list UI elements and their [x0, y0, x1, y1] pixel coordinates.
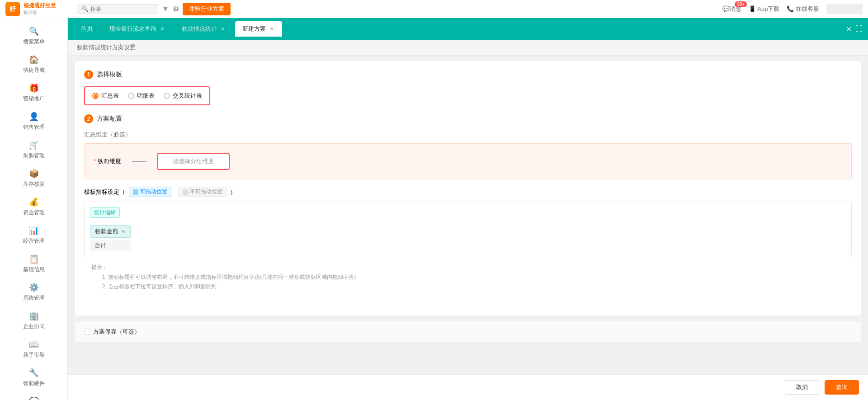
non-draggable-label: 不可拖动位置	[190, 188, 222, 196]
sidebar-item-finance[interactable]: 💰 资金管理	[0, 193, 67, 221]
dimension-placeholder[interactable]: 请选择分组维度	[157, 153, 230, 170]
step1-section: 1 选择模板 汇总表 明细表	[84, 70, 852, 105]
sidebar-item-inventory[interactable]: 📦 库存核算	[0, 164, 67, 193]
app-icon: 📱	[749, 5, 756, 12]
draggable-label: 可拖动位置	[140, 188, 167, 196]
indicator-settings-row: 模板指标设定（ 可拖动位置 不可拖动位置 ）	[84, 187, 852, 197]
step1-header: 1 选择模板	[84, 70, 852, 79]
save-checkbox-item[interactable]: 方案保存（可选）	[84, 328, 140, 336]
tab-receipt-stats-label: 收款情况统计	[182, 25, 217, 33]
step2-section: 2 方案配置 汇总维度（必选） * 纵向维度 —— 请选择分组维度	[84, 114, 852, 297]
tab-close-all-icon[interactable]: ✕	[846, 25, 852, 33]
tab-receipt-stats-close[interactable]: ✕	[220, 26, 226, 32]
enterprise-icon: 🏢	[29, 311, 39, 321]
tips-title: 提示：	[91, 263, 844, 273]
step2-title: 方案配置	[97, 115, 122, 123]
user-avatar[interactable]	[826, 4, 863, 14]
radio-cross-label: 交叉统计表	[173, 92, 202, 100]
radio-cross-circle	[164, 93, 170, 99]
content-area: 首页 现金银行流水查询 ✕ 收款情况统计 ✕ 新建方案 ✕ ✕ ⛶	[68, 18, 868, 400]
tab-new-plan-label: 新建方案	[242, 25, 266, 33]
sidebar-item-label-system: 系统管理	[23, 294, 45, 302]
trial-button[interactable]: 体验行业方案	[183, 3, 231, 15]
radio-cross[interactable]: 交叉统计表	[164, 92, 202, 100]
sidebar-item-quick-nav[interactable]: 🏠 快捷导航	[0, 50, 67, 79]
stats-col-header: 统计指标	[90, 207, 131, 221]
online-support-area[interactable]: 📞 在线客服	[787, 5, 819, 13]
main-layout: 🔍 搜索菜单 🏠 快捷导航 🎁 营销推广 👤 销售管理 🛒 采购管理 📦 库存核…	[0, 18, 868, 400]
radio-summary[interactable]: 汇总表	[92, 92, 119, 100]
bottom-bar: 取消 查询	[68, 374, 868, 400]
search-input[interactable]	[90, 6, 149, 12]
sidebar-item-label-hardware: 智能硬件	[23, 380, 45, 387]
logo-icon: 好	[5, 2, 20, 16]
sidebar-item-wechat[interactable]: 💬 企业微信	[0, 392, 67, 400]
metric-dropdown-icon: ▼	[121, 229, 126, 234]
system-icon: ⚙️	[29, 282, 39, 292]
logo-sub: 标准版	[24, 9, 56, 16]
sidebar-item-label-sales: 销售管理	[23, 123, 45, 131]
tab-bank-flow[interactable]: 现金银行流水查询 ✕	[102, 21, 173, 37]
tab-bar-right: ✕ ⛶	[846, 25, 863, 33]
radio-detail-circle	[128, 93, 134, 99]
sidebar-item-label-quick-nav: 快捷导航	[23, 66, 45, 74]
sidebar-item-label-basic: 基础信息	[23, 266, 45, 273]
sidebar-item-enterprise[interactable]: 🏢 企业协同	[0, 306, 67, 335]
tab-home-label: 首页	[80, 25, 93, 33]
dimension-label: 汇总维度（必选）	[84, 131, 852, 139]
indicator-table: 统计指标 收款金额 ▼ 合计	[84, 202, 852, 257]
app-download-area[interactable]: 📱 App下载	[749, 5, 779, 13]
metric-tag-amount[interactable]: 收款金额 ▼	[90, 225, 131, 238]
operation-icon: 📊	[29, 226, 39, 235]
main-card: 1 选择模板 汇总表 明细表	[75, 61, 861, 315]
top-bar-left: 好 畅捷通好生意 标准版 🔍 ▼ ⚙ 体验行业方案	[5, 2, 719, 16]
sidebar-item-guide[interactable]: 📖 新手引导	[0, 335, 67, 363]
sidebar-item-system[interactable]: ⚙️ 系统管理	[0, 278, 67, 306]
tab-new-plan[interactable]: 新建方案 ✕	[235, 21, 282, 37]
save-checkbox[interactable]	[84, 329, 90, 335]
sidebar-item-label-inventory: 库存核算	[23, 180, 45, 188]
sidebar-item-sales[interactable]: 👤 销售管理	[0, 107, 67, 136]
sidebar-item-label-marketing: 营销推广	[23, 95, 45, 103]
tab-home[interactable]: 首页	[73, 21, 100, 37]
metric-item: 收款金额 ▼ 合计	[90, 225, 131, 251]
search-bar[interactable]: 🔍	[77, 4, 158, 14]
step2-num: 2	[84, 114, 93, 123]
tab-receipt-stats[interactable]: 收款情况统计 ✕	[175, 21, 233, 37]
dropdown-icon[interactable]: ▼	[162, 5, 169, 13]
basic-icon: 📋	[29, 254, 39, 264]
sidebar-item-label-search-menu: 搜索菜单	[23, 38, 45, 46]
step2-header: 2 方案配置	[84, 114, 852, 123]
sidebar-item-hardware[interactable]: 🔧 智能硬件	[0, 363, 67, 392]
inventory-icon: 📦	[29, 169, 39, 179]
sales-icon: 👤	[29, 112, 39, 122]
template-selector: 汇总表 明细表 交叉统计表	[84, 86, 210, 105]
stats-label: 统计指标	[90, 207, 120, 218]
tab-expand-icon[interactable]: ⛶	[855, 25, 863, 33]
tab-bank-flow-close[interactable]: ✕	[159, 26, 165, 32]
message-icon: 💬	[722, 5, 730, 12]
cancel-button[interactable]: 取消	[785, 380, 819, 395]
sidebar-item-label-enterprise: 企业协同	[23, 323, 45, 330]
sidebar-item-marketing[interactable]: 🎁 营销推广	[0, 79, 67, 107]
tab-bank-flow-label: 现金银行流水查询	[109, 25, 156, 33]
notification-area[interactable]: 💬 消息 99+	[722, 5, 741, 13]
query-button[interactable]: 查询	[825, 380, 859, 395]
vertical-label: 纵向维度	[98, 158, 121, 165]
sidebar-item-operation[interactable]: 📊 经营管理	[0, 221, 67, 249]
tab-bar: 首页 现金银行流水查询 ✕ 收款情况统计 ✕ 新建方案 ✕ ✕ ⛶	[68, 18, 868, 40]
page-content: 收款情况统计方案设置 1 选择模板 汇总表	[68, 40, 868, 374]
tab-new-plan-close[interactable]: ✕	[269, 26, 275, 32]
sidebar-item-basic[interactable]: 📋 基础信息	[0, 249, 67, 278]
draggable-icon	[133, 189, 138, 195]
sidebar-item-search-menu[interactable]: 🔍 搜索菜单	[0, 22, 67, 50]
sidebar-item-purchase[interactable]: 🛒 采购管理	[0, 136, 67, 164]
wechat-icon: 💬	[29, 396, 39, 400]
gear-icon[interactable]: ⚙	[173, 5, 179, 13]
save-checkbox-label: 方案保存（可选）	[93, 328, 140, 336]
step1-title: 选择模板	[97, 71, 122, 79]
radio-detail[interactable]: 明细表	[128, 92, 155, 100]
search-menu-icon: 🔍	[29, 26, 39, 36]
hardware-icon: 🔧	[29, 368, 39, 378]
dimension-area: * 纵向维度 —— 请选择分组维度	[84, 143, 852, 179]
